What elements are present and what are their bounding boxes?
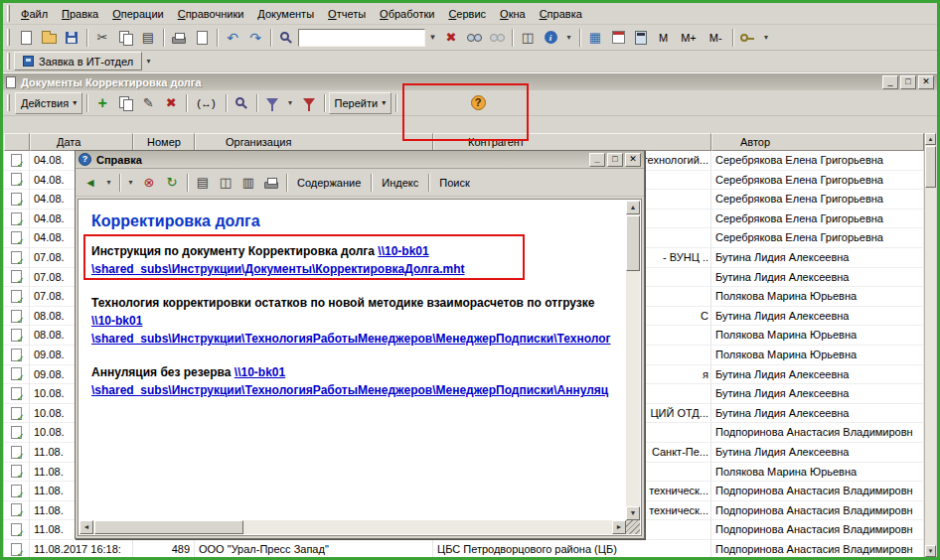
menu-item-3[interactable]: Операции [105,5,170,23]
menu-item-2[interactable]: Правка [55,5,105,23]
paste-icon[interactable]: ▤ [137,27,159,49]
index-button[interactable]: Индекс [376,172,424,194]
doc-window-titlebar[interactable]: Документы Корректировка долга _ □ ✕ [3,72,937,90]
toolbar-separator [324,94,325,112]
combo-dropdown-icon[interactable]: ▼ [426,27,439,49]
goto-button[interactable]: Перейти▾ [329,92,392,114]
new-document-icon[interactable] [15,27,37,49]
menu-item-4[interactable]: Справочники [171,5,251,23]
info-icon[interactable]: i [540,27,561,49]
column-header-3[interactable]: Организация [195,133,433,151]
table-vertical-scrollbar[interactable]: ▲ ▼ [924,133,936,557]
table-search-icon[interactable] [231,92,252,114]
column-header-1[interactable]: Дата [30,133,133,151]
copy-row-icon[interactable] [114,92,136,114]
forward-dropdown-icon[interactable]: ▾ [124,172,137,194]
filter-dropdown-icon[interactable]: ▾ [284,92,297,114]
column-header-2[interactable]: Номер [133,133,195,151]
memory-m-plus-button[interactable]: М+ [675,27,703,49]
help-scroll-up-icon[interactable]: ▲ [626,201,640,214]
help-close-icon[interactable]: ✕ [625,153,641,167]
help-scroll-thumb[interactable] [626,215,640,271]
table-scroll-thumb[interactable] [925,146,936,188]
tab-zayavka-it-otdel[interactable]: Заявка в ИТ-отдел [14,52,142,70]
menu-item-6[interactable]: Отчеты [321,5,373,23]
favorites-icon[interactable]: ▥ [237,172,259,194]
calendar-icon[interactable] [607,27,629,49]
help-topic-server-link[interactable]: \\10-bk01 [378,244,428,258]
table-row[interactable]: 11.08.2017 16:18:489ООО "Урал-Пресс Запа… [4,540,924,557]
clear-filter-icon[interactable] [298,92,320,114]
resize-grip[interactable] [626,520,640,534]
menu-item-7[interactable]: Обработки [373,5,441,23]
delete-icon[interactable]: ✖ [160,92,182,114]
menu-item-9[interactable]: Окна [493,5,533,23]
help-minimize-icon[interactable]: _ [589,153,605,167]
quick-search-combo[interactable] [298,29,425,47]
contents-button[interactable]: Содержание [291,172,367,194]
restore-icon[interactable]: □ [900,75,916,89]
key-dropdown-icon[interactable]: ▾ [760,27,773,49]
help-scroll-down-icon[interactable]: ▼ [626,506,640,520]
cut-icon[interactable]: ✂ [91,27,113,49]
refresh-icon[interactable]: ↻ [161,172,183,194]
related-windows-icon[interactable]: ◫ [517,27,539,49]
redo-icon[interactable]: ↷ [244,27,266,49]
options-icon[interactable]: ◫ [215,172,236,194]
minimize-icon[interactable]: _ [882,75,898,89]
search-icon[interactable] [275,27,297,49]
help-hscroll-thumb[interactable] [94,520,243,534]
scroll-up-icon[interactable]: ▲ [925,133,936,145]
help-maximize-icon[interactable]: □ [607,153,623,167]
window-list-dropdown-icon[interactable]: ▾ [142,51,155,72]
actions-button[interactable]: Действия▾ [15,92,82,114]
quick-search-combo-input[interactable] [299,30,424,46]
copy-icon[interactable] [114,27,136,49]
scroll-down-icon[interactable]: ▼ [925,545,936,557]
posted-document-icon [11,349,22,361]
menu-item-5[interactable]: Документы [250,5,321,23]
find-next-binoculars-icon[interactable] [486,27,508,49]
memory-m-minus-button[interactable]: М- [704,27,728,49]
edit-icon[interactable]: ✎ [137,92,159,114]
menu-item-8[interactable]: Сервис [441,5,493,23]
save-icon[interactable] [61,27,82,49]
memory-m-button[interactable]: М [653,27,674,49]
add-icon[interactable]: + [91,92,113,114]
undo-icon[interactable]: ↶ [222,27,243,49]
clear-search-icon[interactable]: ✖ [440,27,462,49]
autowidth-button[interactable]: (↔) [191,92,221,114]
key-icon[interactable] [737,27,759,49]
open-document-icon[interactable] [38,27,60,49]
search-button[interactable]: Поиск [433,172,475,194]
show-contents-icon[interactable]: ▤ [192,172,214,194]
back-icon[interactable]: ◄ [79,172,101,194]
help-icon[interactable]: ? [467,92,489,114]
print-icon[interactable] [168,27,190,49]
column-header-5[interactable]: Автор [711,133,924,151]
column-header-icon [4,133,30,151]
help-vertical-scrollbar[interactable]: ▲ ▼ [626,201,640,520]
help-topic-path-link[interactable]: \shared_subs\Инструкции\ТехнологияРаботы… [91,332,611,346]
print-preview-icon[interactable] [191,27,213,49]
help-topic-path-link[interactable]: \shared_subs\Инструкции\Документы\Коррек… [91,262,465,276]
help-scroll-left-icon[interactable]: ◄ [79,520,93,534]
table-icon[interactable]: ▦ [584,27,606,49]
stop-icon[interactable]: ⊗ [138,172,160,194]
help-topic-server-link[interactable]: \\10-bk01 [235,365,285,379]
print-icon[interactable] [260,172,282,194]
menu-item-1[interactable]: Файл [14,5,55,23]
back-dropdown-icon[interactable]: ▾ [102,172,115,194]
help-topic-server-link[interactable]: \\10-bk01 [91,314,142,328]
find-binoculars-icon[interactable] [463,27,485,49]
filter-icon[interactable] [261,92,283,114]
column-header-4[interactable]: Контрагент [433,133,711,151]
info-dropdown-icon[interactable]: ▾ [562,27,575,49]
help-horizontal-scrollbar[interactable]: ◄ ► [79,520,626,534]
menu-item-10[interactable]: Справка [533,5,589,23]
close-icon[interactable]: ✕ [918,75,934,89]
calculator-icon[interactable] [630,27,652,49]
help-window-titlebar[interactable]: ? Справка _ □ ✕ [76,151,644,169]
help-topic-path-link[interactable]: \shared_subs\Инструкции\ТехнологияРаботы… [91,383,608,397]
help-scroll-right-icon[interactable]: ► [612,520,626,534]
